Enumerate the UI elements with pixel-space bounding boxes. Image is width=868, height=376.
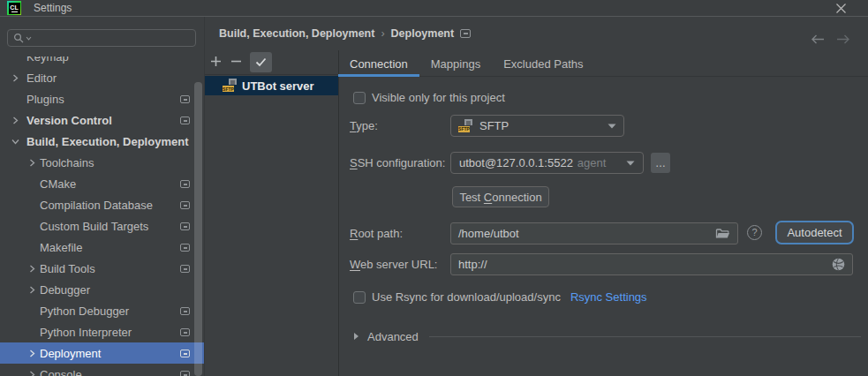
root-path-label: Root path: (350, 227, 403, 240)
close-icon[interactable] (835, 3, 847, 14)
add-server-button[interactable] (210, 56, 222, 67)
project-settings-icon (180, 328, 190, 336)
sidebar-item-version-control[interactable]: Version Control (0, 109, 204, 131)
search-history-chevron-icon (26, 36, 32, 41)
search-input[interactable] (7, 29, 196, 47)
chevron-right-icon[interactable] (28, 350, 36, 357)
project-settings-icon (180, 371, 190, 376)
server-name: UTBot server (242, 79, 314, 93)
project-settings-icon (460, 29, 471, 38)
chevron-right-icon[interactable] (28, 286, 36, 294)
forward-arrow-icon[interactable] (836, 34, 850, 44)
web-url-input[interactable]: http:// (450, 253, 853, 275)
checkmark-icon (255, 57, 267, 67)
back-arrow-icon[interactable] (811, 34, 825, 44)
sftp-icon: SFTP (458, 119, 473, 133)
breadcrumb: Build, Execution, Deployment›Deployment (219, 17, 471, 50)
project-settings-icon (180, 244, 190, 252)
advanced-label: Advanced (367, 330, 419, 343)
chevron-right-icon[interactable] (11, 74, 19, 82)
sidebar-item-label: Python Interpreter (40, 326, 132, 339)
sidebar-item-label: Debugger (40, 283, 90, 297)
history-nav (811, 34, 850, 44)
sidebar-item-label: Plugins (26, 93, 64, 106)
tab-bar: ConnectionMappingsExcluded Paths (338, 51, 595, 77)
sidebar-item-compilation-database[interactable]: Compilation Database (0, 194, 204, 215)
ssh-config-suffix: agent (577, 156, 607, 169)
folder-icon[interactable] (715, 228, 730, 239)
rsync-settings-link[interactable]: Rsync Settings (570, 290, 647, 304)
sidebar-item-plugins[interactable]: Plugins (0, 88, 204, 109)
sidebar-item-debugger[interactable]: Debugger (0, 279, 204, 300)
ssh-more-button[interactable]: … (651, 153, 670, 173)
sidebar-item-label: Build Tools (40, 262, 95, 275)
sidebar-item-label: Console (40, 368, 82, 376)
sidebar-item-makefile[interactable]: Makefile (0, 237, 204, 258)
web-url-label: Web server URL: (350, 258, 437, 271)
chevron-right-icon[interactable] (11, 117, 19, 124)
ssh-config-dropdown[interactable]: utbot@127.0.0.1:5522 agent (450, 152, 644, 174)
chevron-right-icon[interactable] (28, 159, 36, 167)
toolbar-separator (205, 74, 338, 75)
project-settings-icon (180, 201, 190, 209)
sidebar-item-label: Toolchains (40, 156, 94, 169)
tab-excluded-paths[interactable]: Excluded Paths (492, 51, 594, 77)
chevron-down-icon[interactable] (11, 138, 19, 146)
root-path-value: /home/utbot (458, 227, 519, 240)
settings-tree: KeymapEditorPluginsVersion ControlBuild,… (0, 56, 204, 376)
sidebar-item-cmake[interactable]: CMake (0, 173, 204, 194)
rsync-row: Use Rsync for download/upload/sync Rsync… (353, 290, 647, 304)
root-path-input[interactable]: /home/utbot (450, 222, 738, 244)
chevron-down-icon (626, 161, 635, 166)
help-icon[interactable]: ? (747, 225, 762, 240)
search-icon (13, 33, 25, 44)
project-settings-icon (180, 265, 190, 273)
sidebar-item-label: Editor (26, 71, 57, 85)
server-list-item[interactable]: SFTP UTBot server (205, 76, 338, 95)
rsync-checkbox[interactable] (353, 291, 366, 304)
sidebar-item-python-interpreter[interactable]: Python Interpreter (0, 321, 204, 342)
sidebar-scrollbar[interactable] (194, 82, 202, 376)
sidebar-item-label: Compilation Database (40, 199, 153, 212)
sidebar-item-label: CMake (40, 177, 76, 191)
window-title: Settings (34, 0, 72, 16)
titlebar: CL Settings (0, 0, 868, 17)
type-dropdown[interactable]: SFTP SFTP (450, 115, 624, 137)
sidebar-item-console[interactable]: Console (0, 364, 204, 376)
globe-icon (832, 258, 845, 271)
breadcrumb-item[interactable]: Deployment (391, 27, 455, 40)
autodetect-button[interactable]: Autodetect (775, 221, 854, 244)
tab-connection[interactable]: Connection (338, 51, 419, 77)
panel-separator (338, 50, 339, 376)
sidebar-item-keymap[interactable]: Keymap (0, 56, 204, 67)
breadcrumb-item[interactable]: Build, Execution, Deployment (219, 27, 374, 40)
sidebar-item-editor[interactable]: Editor (0, 67, 204, 88)
sidebar-item-label: Makefile (40, 241, 82, 254)
sidebar-item-label: Custom Build Targets (40, 220, 148, 233)
sftp-icon: SFTP (223, 79, 238, 93)
visible-only-label: Visible only for this project (372, 91, 505, 104)
test-connection-button[interactable]: Test Connection (452, 186, 549, 207)
chevron-down-icon (608, 124, 616, 129)
sidebar-item-build-execution-deployment[interactable]: Build, Execution, Deployment (0, 131, 204, 152)
sidebar-item-deployment[interactable]: Deployment (0, 342, 204, 364)
advanced-section[interactable]: Advanced (353, 330, 861, 342)
tab-mappings[interactable]: Mappings (419, 51, 492, 77)
sidebar-item-toolchains[interactable]: Toolchains (0, 152, 204, 173)
clion-logo-icon: CL (7, 1, 21, 15)
advanced-separator (429, 336, 861, 337)
ssh-config-value: utbot@127.0.0.1:5522 (459, 156, 573, 169)
sidebar-item-label: Python Debugger (40, 305, 129, 318)
expand-arrow-icon (353, 332, 359, 341)
breadcrumb-separator: › (381, 27, 384, 40)
chevron-right-icon[interactable] (28, 265, 36, 273)
sidebar-item-custom-build-targets[interactable]: Custom Build Targets (0, 215, 204, 237)
use-as-default-button[interactable] (250, 52, 272, 72)
visible-only-checkbox[interactable] (353, 92, 366, 104)
chevron-right-icon[interactable] (28, 371, 36, 376)
web-url-value: http:// (458, 258, 487, 271)
remove-server-button[interactable] (230, 56, 242, 67)
sidebar-item-python-debugger[interactable]: Python Debugger (0, 300, 204, 321)
visible-only-row: Visible only for this project (353, 91, 505, 104)
sidebar-item-build-tools[interactable]: Build Tools (0, 258, 204, 279)
